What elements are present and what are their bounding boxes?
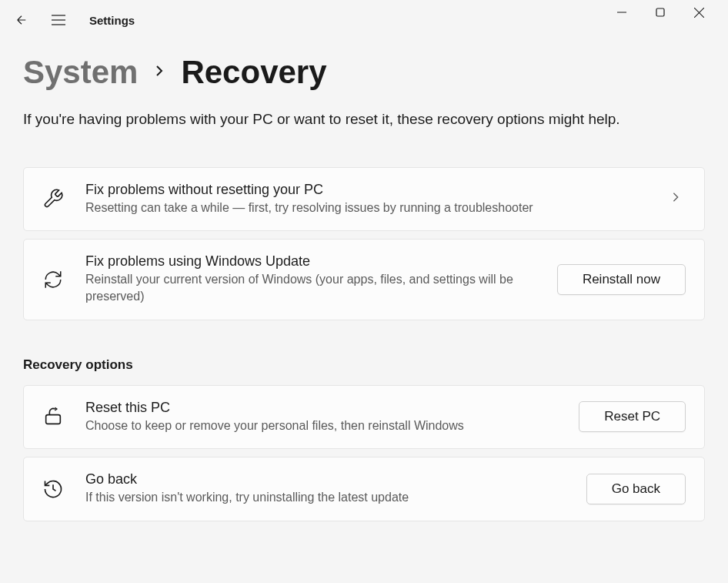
card-body: Reset this PC Choose to keep or remove y…: [85, 400, 557, 434]
card-title: Reset this PC: [85, 400, 557, 416]
card-title: Fix problems using Windows Update: [85, 253, 536, 270]
menu-button[interactable]: [43, 5, 74, 35]
card-title: Fix problems without resetting your PC: [85, 182, 649, 198]
card-subtitle: Resetting can take a while — first, try …: [85, 199, 649, 216]
window-controls: [609, 0, 722, 40]
breadcrumb-parent[interactable]: System: [23, 54, 138, 91]
card-body: Fix problems without resetting your PC R…: [85, 182, 649, 216]
maximize-icon: [656, 8, 665, 17]
page-description: If you're having problems with your PC o…: [23, 109, 705, 130]
app-title: Settings: [89, 14, 135, 27]
card-title: Go back: [85, 471, 565, 488]
close-button[interactable]: [686, 3, 711, 22]
svg-rect-4: [656, 8, 664, 16]
minimize-button[interactable]: [609, 3, 634, 22]
history-icon: [42, 478, 64, 500]
reset-pc-card: Reset this PC Choose to keep or remove y…: [23, 385, 705, 449]
maximize-button[interactable]: [648, 3, 673, 22]
wrench-icon: [42, 188, 64, 209]
minimize-icon: [617, 8, 626, 17]
breadcrumb: System Recovery: [23, 54, 705, 91]
back-button[interactable]: [6, 5, 37, 35]
chevron-right-icon: [670, 192, 681, 206]
reinstall-now-button[interactable]: Reinstall now: [557, 264, 686, 295]
fix-without-reset-card[interactable]: Fix problems without resetting your PC R…: [23, 167, 705, 231]
breadcrumb-current: Recovery: [181, 54, 326, 91]
card-body: Fix problems using Windows Update Reinst…: [85, 253, 536, 306]
titlebar-left: Settings: [6, 5, 609, 35]
chevron-right-icon: [153, 65, 165, 80]
go-back-button[interactable]: Go back: [586, 474, 686, 504]
card-subtitle: Choose to keep or remove your personal f…: [85, 417, 557, 434]
back-arrow-icon: [15, 13, 28, 27]
card-subtitle: If this version isn't working, try unins…: [85, 489, 565, 506]
svg-rect-7: [46, 415, 61, 424]
sync-icon: [42, 270, 64, 290]
hamburger-icon: [52, 15, 65, 25]
close-icon: [694, 8, 704, 18]
reset-pc-icon: [42, 406, 64, 427]
titlebar: Settings: [0, 0, 728, 40]
go-back-card: Go back If this version isn't working, t…: [23, 457, 705, 521]
card-body: Go back If this version isn't working, t…: [85, 471, 565, 506]
content-area: System Recovery If you're having problem…: [0, 54, 728, 521]
fix-windows-update-card: Fix problems using Windows Update Reinst…: [23, 239, 705, 320]
card-subtitle: Reinstall your current version of Window…: [85, 271, 536, 306]
reset-pc-button[interactable]: Reset PC: [579, 401, 686, 432]
recovery-options-heading: Recovery options: [23, 357, 705, 373]
